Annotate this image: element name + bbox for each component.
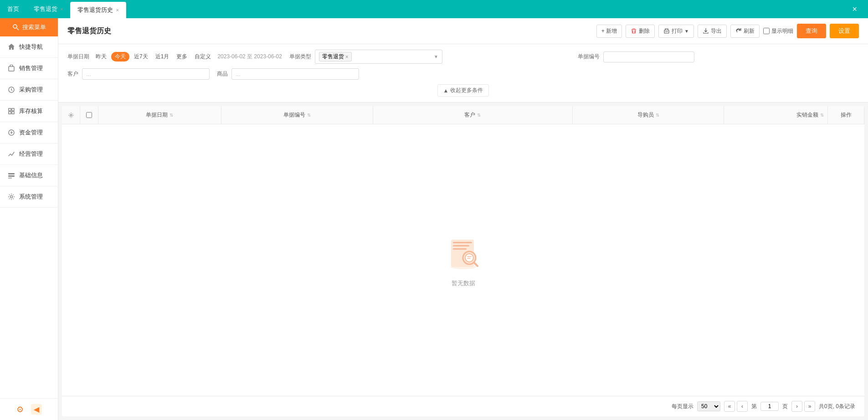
- window-close-button[interactable]: ×: [848, 5, 861, 14]
- date-btn-more[interactable]: 更多: [174, 52, 190, 61]
- date-btn-1month[interactable]: 近1月: [153, 52, 172, 61]
- table-col-guide[interactable]: 导购员 ⇅: [573, 106, 724, 124]
- table-col-checkbox[interactable]: [80, 106, 98, 124]
- tab-home[interactable]: 首页: [0, 0, 26, 18]
- query-button[interactable]: 查询: [797, 24, 826, 38]
- sidebar-item-finance[interactable]: 资金管理: [0, 122, 58, 143]
- delete-icon: [631, 28, 637, 34]
- print-dropdown-icon: ▼: [684, 29, 689, 34]
- tab-retail-return-history-close[interactable]: ×: [116, 7, 118, 13]
- print-button-label: 打印: [672, 27, 683, 35]
- sidebar-item-purchase-label: 采购管理: [19, 86, 43, 94]
- sidebar-item-operation-label: 经营管理: [19, 150, 43, 158]
- sidebar-item-quick-nav-label: 快捷导航: [19, 43, 43, 51]
- page-next-button[interactable]: ›: [791, 401, 802, 412]
- total-records-label: 共0页, 0条记录: [819, 403, 855, 410]
- sidebar-item-basic[interactable]: 基础信息: [0, 165, 58, 186]
- sidebar-search[interactable]: 搜索菜单: [0, 18, 58, 36]
- add-button[interactable]: + 新增: [596, 25, 622, 38]
- sidebar-settings-icon[interactable]: ⚙: [16, 405, 24, 415]
- empty-state-text: 暂无数据: [452, 279, 475, 287]
- refresh-icon: [735, 28, 742, 34]
- sidebar-item-basic-label: 基础信息: [19, 171, 43, 179]
- show-detail-checkbox[interactable]: [763, 28, 770, 34]
- page-last-button[interactable]: »: [804, 401, 815, 412]
- col-date-label: 单据日期: [146, 111, 168, 119]
- sidebar-item-finance-label: 资金管理: [19, 128, 43, 137]
- table-col-amount[interactable]: 实销金额 ⇅: [724, 106, 828, 124]
- sidebar-item-inventory[interactable]: 库存核算: [0, 101, 58, 122]
- col-guide-label: 导购员: [637, 111, 654, 119]
- filter-area: 单据日期 昨天 今天 近7天 近1月: [58, 44, 868, 102]
- col-amount-sort: ⇅: [820, 113, 824, 118]
- export-button-label: 导出: [711, 27, 722, 35]
- table-select-all-checkbox[interactable]: [86, 112, 92, 118]
- settings-button[interactable]: 设置: [830, 24, 859, 38]
- collapse-button[interactable]: ▲ 收起更多条件: [437, 84, 489, 97]
- svg-rect-2: [9, 67, 14, 71]
- sidebar-item-purchase[interactable]: 采购管理: [0, 79, 58, 101]
- inventory-icon: [7, 107, 15, 115]
- tab-retail-return-history[interactable]: 零售退货历史 ×: [70, 2, 126, 18]
- doc-type-select[interactable]: 零售退货 × ▼: [315, 50, 442, 64]
- print-button[interactable]: 打印 ▼: [658, 25, 694, 38]
- page-size-select[interactable]: 50 100 200: [697, 401, 720, 411]
- page-size-label: 每页显示: [672, 403, 693, 410]
- page-header: 零售退货历史 + 新增 删除 打印 ▼ 导出: [58, 18, 868, 44]
- date-btn-7days[interactable]: 近7天: [131, 52, 151, 61]
- customer-select[interactable]: ...: [82, 68, 210, 80]
- doc-no-filter-group: 单据编号: [578, 51, 859, 62]
- collapse-button-label: 收起更多条件: [450, 87, 483, 94]
- col-docno-sort: ⇅: [307, 113, 311, 118]
- doc-type-tag-remove[interactable]: ×: [345, 54, 349, 60]
- table-col-date[interactable]: 单据日期 ⇅: [98, 106, 221, 124]
- customer-label: 客户: [67, 70, 78, 78]
- tab-retail-return[interactable]: 零售退货 ×: [26, 0, 70, 18]
- sidebar-item-quick-nav[interactable]: 快捷导航: [0, 36, 58, 58]
- add-button-label: + 新增: [601, 27, 617, 35]
- doc-type-tag: 零售退货 ×: [319, 52, 352, 61]
- date-label: 单据日期: [67, 53, 89, 61]
- page-nav: « ‹ 第 页 › »: [724, 401, 815, 412]
- date-filters: 昨天 今天 近7天 近1月 更多: [93, 52, 214, 61]
- svg-rect-6: [9, 112, 11, 114]
- date-btn-today[interactable]: 今天: [111, 52, 129, 61]
- page-prev-button[interactable]: ‹: [737, 401, 748, 412]
- date-btn-yesterday[interactable]: 昨天: [93, 52, 109, 61]
- settings-button-label: 设置: [838, 27, 850, 34]
- print-icon: [663, 28, 670, 34]
- table-col-customer[interactable]: 客户 ⇅: [373, 106, 573, 124]
- delete-button[interactable]: 删除: [626, 25, 655, 38]
- refresh-button[interactable]: 刷新: [730, 25, 760, 38]
- export-icon: [703, 28, 709, 34]
- doc-type-tag-label: 零售退货: [322, 53, 344, 61]
- goods-select[interactable]: ...: [231, 68, 359, 80]
- tab-retail-return-close[interactable]: ×: [60, 6, 63, 12]
- tab-retail-return-history-label: 零售退货历史: [77, 6, 113, 14]
- col-docno-label: 单据编号: [283, 111, 305, 119]
- sales-icon: [7, 64, 15, 72]
- page-number-input[interactable]: [760, 402, 779, 411]
- tab-retail-return-label: 零售退货: [34, 5, 57, 13]
- tab-home-label: 首页: [7, 5, 19, 13]
- export-button[interactable]: 导出: [698, 25, 727, 38]
- page-first-button[interactable]: «: [724, 401, 735, 412]
- table-col-docno[interactable]: 单据编号 ⇅: [221, 106, 373, 124]
- doc-no-input[interactable]: [603, 51, 694, 62]
- sidebar-item-sales[interactable]: 销售管理: [0, 58, 58, 79]
- table-header: 单据日期 ⇅ 单据编号 ⇅ 客户 ⇅ 导购员 ⇅ 实销金额 ⇅: [62, 106, 864, 124]
- table-col-settings[interactable]: [62, 106, 80, 124]
- svg-rect-5: [12, 108, 14, 111]
- goods-filter-group: 商品 ...: [217, 68, 359, 80]
- svg-rect-4: [9, 108, 11, 111]
- sidebar-collapse-icon[interactable]: ◀: [31, 404, 42, 415]
- svg-rect-7: [12, 112, 14, 114]
- svg-rect-18: [453, 242, 472, 243]
- date-btn-custom[interactable]: 自定义: [192, 52, 214, 61]
- empty-state-icon: [443, 233, 484, 274]
- customer-filter-group: 客户 ...: [67, 68, 210, 80]
- doc-type-label: 单据类型: [289, 53, 311, 61]
- sidebar-item-system[interactable]: 系统管理: [0, 186, 58, 208]
- page-title: 零售退货历史: [67, 26, 111, 36]
- sidebar-item-operation[interactable]: 经营管理: [0, 143, 58, 165]
